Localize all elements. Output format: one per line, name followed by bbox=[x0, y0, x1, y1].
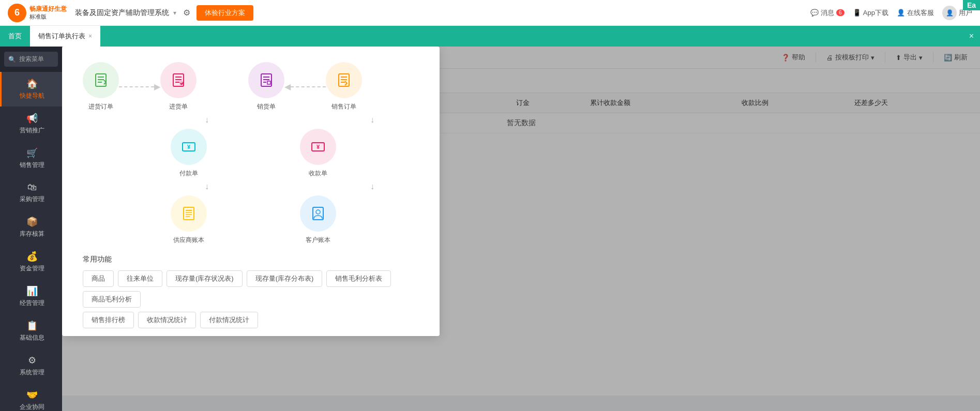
tab-bar: 首页 销售订单执行表 × × bbox=[0, 26, 980, 47]
purchase-icon: 🛍 bbox=[27, 182, 37, 193]
sidebar-item-label-basic-info: 基础信息 bbox=[20, 333, 44, 342]
flow-label-sales-order: 销售订单 bbox=[331, 102, 356, 111]
system-title-text: 装备及固定资产辅助管理系统 bbox=[75, 8, 169, 18]
func-btn-product[interactable]: 商品 bbox=[83, 270, 114, 287]
func-btn-stock-dist[interactable]: 现存量(库存分布表) bbox=[247, 270, 323, 287]
arrow-po-to-pb: ▶ bbox=[119, 82, 160, 92]
sidebar-item-label-inventory: 库存核算 bbox=[20, 230, 44, 238]
flow-circle-sales-order bbox=[326, 62, 362, 98]
sidebar-search-btn[interactable]: 🔍 搜索菜单 bbox=[4, 52, 58, 67]
system-dropdown-icon[interactable]: ▾ bbox=[173, 9, 176, 17]
sidebar: 🔍 搜索菜单 🏠 快捷导航 📢 营销推广 🛒 销售管理 🛍 采购管理 📦 库存核… bbox=[0, 47, 62, 411]
func-btn-payment-stats[interactable]: 付款情况统计 bbox=[200, 312, 258, 328]
func-btn-receipt-stats[interactable]: 收款情况统计 bbox=[138, 312, 196, 328]
sidebar-item-basic-info[interactable]: 📋 基础信息 bbox=[0, 314, 62, 348]
online-service-btn[interactable]: 👤 在线客服 bbox=[897, 8, 934, 18]
inventory-icon: 📦 bbox=[26, 216, 38, 227]
flow-node-purchase-bill[interactable]: 进货单 bbox=[160, 62, 197, 111]
flow-node-supplier-account[interactable]: 供应商账本 bbox=[171, 195, 207, 245]
func-btn-sales-margin[interactable]: 销售毛利分析表 bbox=[326, 270, 391, 287]
func-btn-product-margin[interactable]: 商品毛利分析 bbox=[83, 291, 141, 308]
sidebar-search: 🔍 搜索菜单 bbox=[0, 47, 62, 72]
svg-point-28 bbox=[316, 210, 320, 214]
operations-icon: 📊 bbox=[26, 285, 38, 297]
logo-area: 6 畅康通好生意 标准版 bbox=[8, 4, 70, 22]
arrow-pb-down: ↓ bbox=[189, 115, 225, 125]
tab-close-icon[interactable]: × bbox=[88, 33, 92, 40]
logo-icon: 6 bbox=[8, 4, 26, 22]
service-icon: 👤 bbox=[897, 9, 905, 17]
modal-overlay[interactable]: 进货订单 ▶ bbox=[62, 47, 980, 411]
message-badge: 6 bbox=[836, 9, 845, 16]
sidebar-item-operations[interactable]: 📊 经营管理 bbox=[0, 279, 62, 314]
modal-body: 进货订单 ▶ bbox=[62, 47, 440, 336]
flow-label-purchase-bill: 进货单 bbox=[169, 102, 188, 111]
sidebar-item-cooperation[interactable]: 🤝 企业协同 bbox=[0, 383, 62, 411]
common-functions: 常用功能 商品 往来单位 现存量(库存状况表) 现存量(库存分布表) 销售毛利分… bbox=[83, 255, 419, 328]
flow-node-sales-bill[interactable]: 销货单 bbox=[248, 62, 284, 111]
flow-diagram: 进货订单 ▶ bbox=[83, 62, 419, 245]
sidebar-item-finance[interactable]: 💰 资金管理 bbox=[0, 245, 62, 279]
svg-text:¥: ¥ bbox=[187, 144, 191, 150]
sidebar-item-label-cooperation: 企业协同 bbox=[20, 403, 44, 411]
flow-label-supplier-account: 供应商账本 bbox=[173, 236, 204, 245]
quick-nav-modal: 进货订单 ▶ bbox=[62, 47, 440, 336]
sales-bill-icon bbox=[258, 72, 275, 88]
flow-label-sales-bill: 销货单 bbox=[257, 102, 276, 111]
experience-btn[interactable]: 体验行业方案 bbox=[197, 5, 253, 21]
flow-node-purchase-order[interactable]: 进货订单 bbox=[83, 62, 119, 111]
svg-rect-22 bbox=[184, 207, 194, 220]
app-download-btn[interactable]: 📱 App下载 bbox=[853, 8, 888, 18]
flow-node-customer-account[interactable]: 客户账本 bbox=[300, 195, 336, 245]
message-btn[interactable]: 💬 消息 6 bbox=[810, 8, 845, 18]
top-header: 6 畅康通好生意 标准版 装备及固定资产辅助管理系统 ▾ ⚙ 体验行业方案 💬 … bbox=[0, 0, 980, 26]
common-functions-title: 常用功能 bbox=[83, 255, 419, 264]
payment-in-icon: ¥ bbox=[310, 139, 326, 155]
svg-rect-13 bbox=[267, 81, 270, 84]
content-area: ❓ 帮助 🖨 按模板打印 ▾ ⬆ 导出 ▾ 🔄 刷新 bbox=[62, 47, 980, 411]
flow-circle-payment-in: ¥ bbox=[300, 129, 336, 165]
tab-sales-exec-label: 销售订单执行表 bbox=[38, 32, 85, 41]
main-layout: 🔍 搜索菜单 🏠 快捷导航 📢 营销推广 🛒 销售管理 🛍 采购管理 📦 库存核… bbox=[0, 47, 980, 411]
supplier-account-icon bbox=[180, 205, 197, 222]
sales-icon: 🛒 bbox=[26, 147, 38, 159]
tab-sales-exec[interactable]: 销售订单执行表 × bbox=[30, 26, 100, 47]
purchase-order-icon bbox=[93, 72, 109, 88]
tab-home-label: 首页 bbox=[8, 32, 22, 41]
tab-bar-close-icon[interactable]: × bbox=[969, 32, 974, 41]
download-icon: 📱 bbox=[853, 9, 861, 17]
func-btn-sales-rank[interactable]: 销售排行榜 bbox=[83, 312, 134, 328]
ea-badge: Ea bbox=[963, 0, 980, 10]
flow-circle-customer-account bbox=[300, 195, 336, 232]
sidebar-item-label-quick-nav: 快捷导航 bbox=[20, 92, 44, 100]
arrow-pay-out-down: ↓ bbox=[189, 182, 225, 191]
sidebar-item-label-purchase: 采购管理 bbox=[20, 195, 44, 204]
flow-node-payment-in[interactable]: ¥ 收款单 bbox=[300, 129, 336, 178]
func-btn-contacts[interactable]: 往来单位 bbox=[118, 270, 162, 287]
flow-node-payment-out[interactable]: ¥ 付款单 bbox=[171, 129, 207, 178]
sidebar-item-system[interactable]: ⚙ 系统管理 bbox=[0, 348, 62, 383]
quick-nav-icon: 🏠 bbox=[26, 78, 38, 89]
flow-node-sales-order[interactable]: 销售订单 bbox=[326, 62, 362, 111]
sidebar-item-label-operations: 经营管理 bbox=[20, 299, 44, 308]
arrow-pay-in-down: ↓ bbox=[354, 182, 390, 191]
finance-icon: 💰 bbox=[26, 251, 38, 262]
header-right: 💬 消息 6 📱 App下载 👤 在线客服 👤 用户 Ea bbox=[810, 6, 972, 20]
sidebar-item-purchase[interactable]: 🛍 采购管理 bbox=[0, 176, 62, 210]
flow-label-payment-out: 付款单 bbox=[179, 169, 198, 178]
flow-circle-purchase-order bbox=[83, 62, 119, 98]
sidebar-item-marketing[interactable]: 📢 营销推广 bbox=[0, 106, 62, 141]
search-icon: 🔍 bbox=[8, 56, 16, 63]
sidebar-item-quick-nav[interactable]: 🏠 快捷导航 bbox=[0, 72, 62, 106]
sidebar-item-inventory[interactable]: 📦 库存核算 bbox=[0, 210, 62, 245]
func-btn-stock-status[interactable]: 现存量(库存状况表) bbox=[167, 270, 243, 287]
flow-circle-purchase-bill bbox=[160, 62, 197, 98]
payment-out-icon: ¥ bbox=[180, 139, 197, 155]
sidebar-item-sales[interactable]: 🛒 销售管理 bbox=[0, 141, 62, 176]
sidebar-item-label-sales: 销售管理 bbox=[20, 161, 44, 170]
flow-label-customer-account: 客户账本 bbox=[306, 236, 330, 245]
settings-icon[interactable]: ⚙ bbox=[183, 8, 190, 18]
tab-home[interactable]: 首页 bbox=[0, 26, 30, 47]
sidebar-item-label-finance: 资金管理 bbox=[20, 264, 44, 273]
sidebar-item-label-system: 系统管理 bbox=[20, 368, 44, 377]
